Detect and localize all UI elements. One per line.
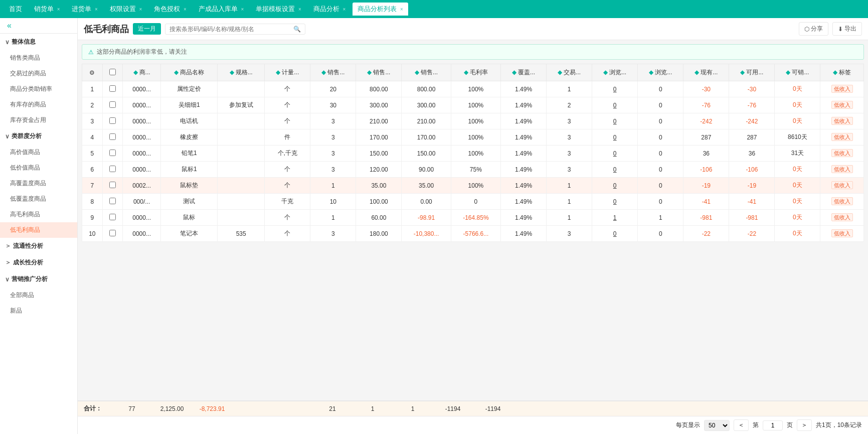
nav-analysis-list-close[interactable]: × (400, 7, 403, 12)
row-views1[interactable]: 0 (592, 81, 638, 97)
row-select-checkbox[interactable] (109, 117, 116, 124)
sidebar-item-low-margin[interactable]: 低毛利商品 (0, 222, 77, 238)
sidebar-group-flow[interactable]: ＞ 流通性分析 (0, 238, 77, 254)
row-views1[interactable]: 0 (592, 113, 638, 129)
col-views1-filter[interactable]: ◆ (603, 69, 608, 76)
col-available-stock-filter[interactable]: ◆ (740, 69, 745, 76)
sidebar-item-stock-goods[interactable]: 有库存的商品 (0, 97, 77, 112)
col-unit-filter[interactable]: ◆ (276, 69, 280, 76)
row-views1[interactable]: 0 (592, 97, 638, 113)
row-select-checkbox[interactable] (109, 198, 116, 204)
nav-permissions-close[interactable]: × (139, 7, 142, 12)
nav-sales[interactable]: 销货单 × (29, 3, 65, 16)
row-select-checkbox[interactable] (109, 133, 116, 140)
nav-roles-close[interactable]: × (184, 7, 187, 12)
col-tag-filter[interactable]: ◆ (833, 69, 837, 76)
nav-home[interactable]: 首页 (4, 3, 27, 16)
sidebar-item-all-goods[interactable]: 全部商品 (0, 287, 77, 303)
sidebar-item-traded-goods[interactable]: 交易过的商品 (0, 66, 77, 81)
export-button[interactable]: ⬇ 导出 (832, 22, 862, 36)
row-views1[interactable]: 0 (592, 194, 638, 210)
col-checkbox[interactable] (102, 64, 122, 81)
row-views1[interactable]: 0 (592, 226, 638, 242)
row-select-checkbox[interactable] (109, 166, 116, 172)
row-checkbox[interactable] (102, 146, 122, 162)
row-checkbox[interactable] (102, 210, 122, 226)
sidebar-item-low-value[interactable]: 低价值商品 (0, 160, 77, 176)
search-icon[interactable]: 🔍 (293, 26, 301, 33)
col-sellable-days-filter[interactable]: ◆ (786, 69, 790, 76)
row-checkbox[interactable] (102, 162, 122, 178)
col-gross-margin-filter[interactable]: ◆ (464, 69, 468, 76)
views1-link[interactable]: 0 (613, 182, 617, 189)
col-spec-filter[interactable]: ◆ (230, 69, 234, 76)
sidebar-item-sales-goods[interactable]: 销售类商品 (0, 50, 77, 66)
row-checkbox[interactable] (102, 129, 122, 146)
row-views1[interactable]: 0 (592, 178, 638, 194)
row-select-checkbox[interactable] (109, 150, 116, 156)
search-input[interactable] (169, 26, 293, 33)
views1-link[interactable]: 0 (613, 166, 617, 173)
row-checkbox[interactable] (102, 226, 122, 242)
sidebar-item-stock-funds[interactable]: 库存资金占用 (0, 112, 77, 128)
views1-link[interactable]: 0 (613, 150, 617, 157)
nav-template-close[interactable]: × (298, 7, 301, 12)
row-views1[interactable]: 0 (592, 162, 638, 178)
col-sales-profit-filter[interactable]: ◆ (415, 69, 419, 76)
row-views1[interactable]: 0 (592, 129, 638, 146)
nav-sales-close[interactable]: × (57, 7, 60, 12)
sidebar-item-high-coverage[interactable]: 高覆盖度商品 (0, 176, 77, 191)
col-settings[interactable]: ⚙ (82, 64, 103, 81)
per-page-select[interactable]: 50 100 200 (704, 420, 730, 431)
views1-link[interactable]: 0 (613, 198, 617, 205)
row-checkbox[interactable] (102, 194, 122, 210)
row-select-checkbox[interactable] (109, 182, 116, 188)
select-all-checkbox[interactable] (109, 69, 116, 75)
col-transaction-filter[interactable]: ◆ (558, 69, 562, 76)
sidebar-group-overall[interactable]: ∨ 整体信息 (0, 34, 77, 50)
time-filter-button[interactable]: 近一月 (133, 23, 161, 35)
row-select-checkbox[interactable] (109, 214, 116, 220)
row-checkbox[interactable] (102, 178, 122, 194)
views1-link[interactable]: 0 (613, 86, 617, 93)
nav-roles[interactable]: 角色授权 × (149, 3, 191, 16)
nav-analysis-list[interactable]: 商品分析列表 × (353, 3, 408, 16)
col-code-filter[interactable]: ◆ (133, 69, 138, 76)
col-sales-amount-filter[interactable]: ◆ (367, 69, 372, 76)
views1-link[interactable]: 1 (613, 214, 617, 221)
col-current-stock-filter[interactable]: ◆ (695, 69, 699, 76)
sidebar-group-cluster[interactable]: ∨ 类群度分析 (0, 128, 77, 144)
nav-template[interactable]: 单据模板设置 × (251, 3, 306, 16)
row-checkbox[interactable] (102, 97, 122, 113)
sidebar-item-high-margin[interactable]: 高毛利商品 (0, 207, 77, 222)
sidebar-group-growth[interactable]: ＞ 成长性分析 (0, 254, 77, 271)
sidebar-item-new-goods[interactable]: 新品 (0, 303, 77, 319)
next-page-btn[interactable]: ＞ (797, 419, 812, 431)
sidebar-item-low-coverage[interactable]: 低覆盖度商品 (0, 191, 77, 207)
nav-purchase-close[interactable]: × (95, 7, 98, 12)
nav-products-close[interactable]: × (241, 7, 244, 12)
share-button[interactable]: ⬡ 分享 (799, 22, 828, 36)
views1-link[interactable]: 0 (613, 102, 617, 109)
row-select-checkbox[interactable] (109, 230, 116, 236)
row-views1[interactable]: 0 (592, 146, 638, 162)
nav-analysis[interactable]: 商品分析 × (308, 3, 351, 16)
sidebar-group-marketing[interactable]: ∨ 营销推广分析 (0, 271, 77, 287)
col-coverage-filter[interactable]: ◆ (512, 69, 516, 76)
views1-link[interactable]: 0 (613, 118, 617, 125)
nav-purchase[interactable]: 进货单 × (67, 3, 102, 16)
row-select-checkbox[interactable] (109, 85, 116, 92)
nav-permissions[interactable]: 权限设置 × (105, 3, 147, 16)
row-checkbox[interactable] (102, 81, 122, 97)
row-views1[interactable]: 1 (592, 210, 638, 226)
sidebar-item-category-rate[interactable]: 商品分类助销率 (0, 81, 77, 97)
col-views2-filter[interactable]: ◆ (649, 69, 653, 76)
page-input[interactable] (763, 420, 783, 430)
col-name-filter[interactable]: ◆ (174, 69, 179, 76)
views1-link[interactable]: 0 (613, 230, 617, 237)
row-checkbox[interactable] (102, 113, 122, 129)
nav-products[interactable]: 产成品入库单 × (194, 3, 249, 16)
prev-page-btn[interactable]: ＜ (734, 419, 749, 431)
views1-link[interactable]: 0 (613, 134, 617, 141)
col-sales-qty-filter[interactable]: ◆ (321, 69, 326, 76)
